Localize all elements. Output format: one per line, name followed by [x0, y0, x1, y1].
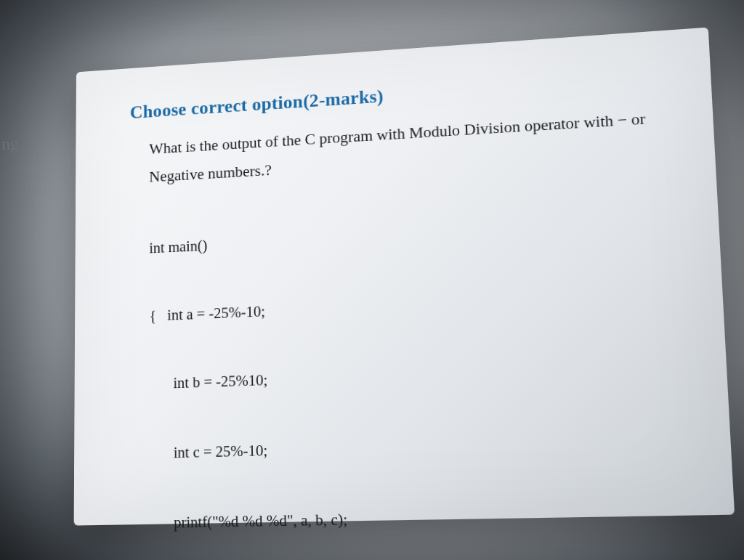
code-line: int main(): [149, 211, 687, 260]
photo-surface: ng Choose correct option(2-marks) What i…: [0, 0, 744, 560]
code-line: int c = 25%-10;: [150, 428, 699, 466]
code-block: int main() { int a = -25%-10; int b = -2…: [149, 163, 713, 560]
clipped-edge-text: ng: [1, 134, 20, 155]
code-line: { int a = -25%-10;: [150, 282, 692, 328]
question-card: Choose correct option(2-marks) What is t…: [74, 28, 735, 526]
code-line: int b = -25%10;: [150, 354, 695, 396]
code-line: printf("%d %d %d", a, b, c);: [150, 502, 703, 535]
